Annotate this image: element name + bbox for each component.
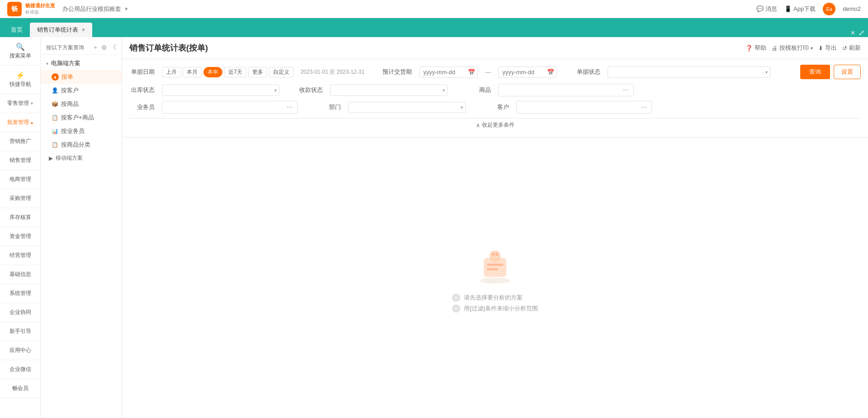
empty-tip-2: ② 用[过滤]条件来缩小分析范围 bbox=[452, 304, 538, 313]
sidebar-item-system[interactable]: 系统管理 bbox=[0, 284, 40, 303]
export-icon: ⬇ bbox=[818, 45, 823, 52]
empty-tips: ① 请先选择要分析的方案 ② 用[过滤]条件来缩小分析范围 bbox=[452, 294, 538, 313]
page-header-actions: ❓ 帮助 🖨 按模板打印 ▾ ⬇ 导出 ↺ 刷新 bbox=[745, 44, 861, 52]
sidebar-item-guide[interactable]: 新手引导 bbox=[0, 322, 40, 341]
svg-point-0 bbox=[480, 278, 510, 284]
date-btn-custom[interactable]: 自定义 bbox=[269, 67, 293, 77]
help-btn[interactable]: ❓ 帮助 bbox=[745, 44, 766, 52]
date-label: 单据日期 bbox=[129, 68, 155, 76]
doc-status-label: 单据状态 bbox=[575, 68, 600, 76]
print-btn[interactable]: 🖨 按模板打印 ▾ bbox=[772, 44, 813, 52]
messages-btn[interactable]: 💬 消息 bbox=[756, 5, 777, 13]
date-range-text: 2023-01-01 至 2023-12-31 bbox=[301, 68, 364, 76]
sidebar-item-sales[interactable]: 销售管理 bbox=[0, 151, 40, 170]
tab-close-all-icon[interactable]: × bbox=[851, 29, 855, 37]
sidebar-item-ecommerce[interactable]: 电商管理 bbox=[0, 170, 40, 189]
collection-status-select-wrap: ▾ bbox=[330, 85, 448, 96]
scheme-item-by-category[interactable]: 📋 按商品分类 bbox=[41, 138, 122, 152]
scheme-salesman-icon: 📊 bbox=[52, 128, 58, 134]
scheme-panel-header: 按以下方案查询 ＋ ⚙ 《 bbox=[41, 41, 122, 55]
date-btn-this-year[interactable]: 本年 bbox=[203, 67, 222, 77]
scheme-pc-group-header[interactable]: ▾ 电脑端方案 bbox=[41, 57, 122, 70]
date-btn-7days[interactable]: 近7天 bbox=[224, 67, 246, 77]
sidebar-item-members[interactable]: 畅会员 bbox=[0, 379, 40, 398]
customer-input-wrap: ··· bbox=[516, 101, 652, 114]
tab-close-icon[interactable]: × bbox=[82, 27, 85, 33]
scheme-item-by-order[interactable]: ● 按单 bbox=[41, 70, 122, 84]
date-btn-this-month[interactable]: 本月 bbox=[183, 67, 202, 77]
main-layout: 🔍 搜索菜单 ⚡ 快捷导航 零售管理 ▾ 批发管理 ▴ 营销推广 销售管理 电商… bbox=[0, 37, 868, 418]
sidebar-item-retail[interactable]: 零售管理 ▾ bbox=[0, 94, 40, 113]
expected-date-label: 预计交货期 bbox=[382, 68, 412, 76]
sidebar-item-search[interactable]: 🔍 搜索菜单 bbox=[0, 37, 40, 66]
goods-more-btn[interactable]: ··· bbox=[621, 86, 631, 94]
collapse-btn[interactable]: ∧ 收起更多条件 bbox=[129, 118, 861, 132]
ship-status-label: 出库状态 bbox=[129, 86, 155, 94]
expected-date-end-input[interactable] bbox=[498, 66, 557, 78]
salesman-more-btn[interactable]: ··· bbox=[285, 103, 294, 111]
sidebar-item-apps[interactable]: 应用中心 bbox=[0, 341, 40, 360]
sidebar-item-marketing[interactable]: 营销推广 bbox=[0, 132, 40, 151]
content-area: 按以下方案查询 ＋ ⚙ 《 ▾ 电脑端方案 ● 按单 👤 按客户 bbox=[41, 37, 868, 418]
customer-label: 客户 bbox=[484, 103, 509, 111]
scheme-item-by-customer-goods[interactable]: 📋 按客户+商品 bbox=[41, 111, 122, 124]
query-btn[interactable]: 查询 bbox=[800, 65, 830, 79]
logo-text: 畅捷通好生意 标准版 bbox=[25, 2, 55, 15]
date-btn-more[interactable]: 更多 bbox=[248, 67, 267, 77]
sidebar-item-base-info[interactable]: 基础信息 bbox=[0, 265, 40, 284]
sidebar-item-operations[interactable]: 经营管理 bbox=[0, 246, 40, 265]
scheme-item-by-goods[interactable]: 📦 按商品 bbox=[41, 97, 122, 111]
export-btn[interactable]: ⬇ 导出 bbox=[818, 44, 837, 52]
sidebar-item-finance[interactable]: 资金管理 bbox=[0, 227, 40, 246]
department-label: 部门 bbox=[316, 103, 341, 111]
doc-status-select-wrap: ▾ bbox=[608, 66, 770, 78]
scheme-panel: 按以下方案查询 ＋ ⚙ 《 ▾ 电脑端方案 ● 按单 👤 按客户 bbox=[41, 37, 122, 418]
customer-more-btn[interactable]: ··· bbox=[639, 103, 649, 111]
scheme-goods-icon: 📦 bbox=[52, 101, 58, 107]
tab-bar-actions: × ⤢ bbox=[851, 28, 868, 37]
scheme-add-icon[interactable]: ＋ bbox=[92, 43, 99, 52]
collapse-arrow-icon: ∧ bbox=[476, 122, 480, 128]
scheme-item-by-salesman[interactable]: 📊 按业务员 bbox=[41, 124, 122, 138]
tab-home[interactable]: 首页 bbox=[4, 23, 30, 37]
doc-status-select[interactable] bbox=[608, 66, 770, 78]
help-icon: ❓ bbox=[745, 45, 753, 52]
scheme-settings-icon[interactable]: ⚙ bbox=[101, 44, 107, 51]
app-download-btn[interactable]: 📱 App下载 bbox=[784, 5, 816, 13]
date-btn-last-month[interactable]: 上月 bbox=[162, 67, 181, 77]
salesman-label: 业务员 bbox=[129, 103, 155, 111]
top-bar-title: 办公用品行业模拟账套 ▾ bbox=[62, 5, 749, 13]
sidebar-item-quick-nav[interactable]: ⚡ 快捷导航 bbox=[0, 66, 40, 94]
settings-btn[interactable]: 设置 bbox=[834, 65, 861, 79]
department-select[interactable] bbox=[348, 102, 466, 113]
expected-date-start-wrap: 📅 bbox=[419, 66, 478, 78]
collection-status-select[interactable] bbox=[330, 85, 448, 96]
collection-status-label: 收款状态 bbox=[297, 86, 323, 94]
goods-label: 商品 bbox=[466, 86, 491, 94]
empty-illustration bbox=[472, 243, 518, 288]
sidebar-item-wechat[interactable]: 企业微信 bbox=[0, 360, 40, 379]
tab-sales-stats[interactable]: 销售订单统计表 × bbox=[30, 23, 92, 37]
ship-status-select-wrap: ▾ bbox=[162, 85, 279, 96]
logo-icon: 畅 bbox=[7, 2, 22, 16]
empty-state: ① 请先选择要分析的方案 ② 用[过滤]条件来缩小分析范围 bbox=[122, 138, 868, 418]
tab-maximize-icon[interactable]: ⤢ bbox=[859, 28, 864, 37]
print-arrow-icon: ▾ bbox=[811, 46, 813, 51]
ship-status-select[interactable] bbox=[162, 85, 279, 96]
sidebar-item-wholesale[interactable]: 批发管理 ▴ bbox=[0, 113, 40, 132]
scheme-expand-icon: ▾ bbox=[46, 61, 48, 66]
refresh-btn[interactable]: ↺ 刷新 bbox=[842, 44, 861, 52]
expected-date-start-input[interactable] bbox=[419, 66, 478, 78]
sidebar-item-purchase[interactable]: 采购管理 bbox=[0, 189, 40, 208]
scheme-mobile-group-header[interactable]: ▶ 移动端方案 bbox=[41, 152, 122, 165]
sidebar-item-enterprise[interactable]: 企业协同 bbox=[0, 303, 40, 322]
user-label: demo2 bbox=[843, 5, 861, 12]
scheme-collapse-icon[interactable]: 《 bbox=[110, 43, 116, 52]
svg-rect-3 bbox=[487, 268, 498, 271]
sidebar-item-inventory[interactable]: 库存核算 bbox=[0, 208, 40, 227]
page-title: 销售订单统计表(按单) bbox=[129, 43, 745, 53]
scheme-item-by-customer[interactable]: 👤 按客户 bbox=[41, 84, 122, 97]
sidebar: 🔍 搜索菜单 ⚡ 快捷导航 零售管理 ▾ 批发管理 ▴ 营销推广 销售管理 电商… bbox=[0, 37, 41, 418]
salesman-input-wrap: ··· bbox=[162, 101, 297, 114]
department-select-wrap: ▾ bbox=[348, 102, 466, 113]
